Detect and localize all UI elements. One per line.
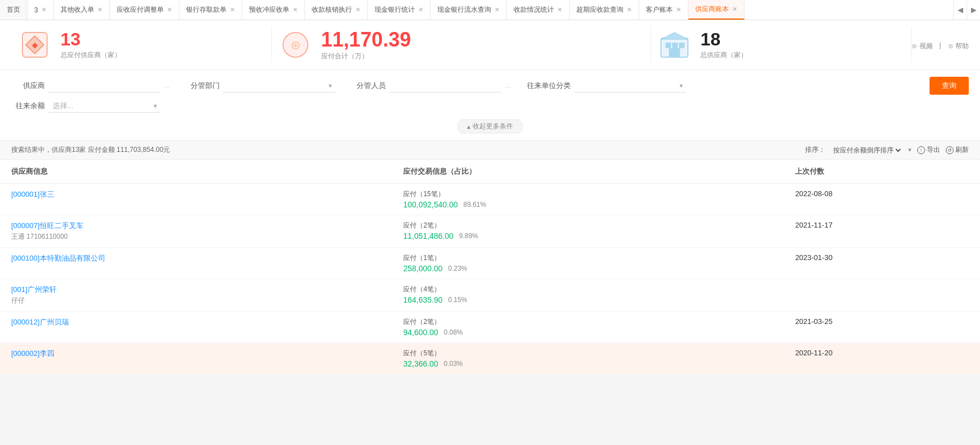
supplier-info-cell: [000012]广州贝瑞 bbox=[0, 312, 392, 343]
close-icon[interactable]: ✕ bbox=[418, 6, 423, 13]
supplier-link[interactable]: [000100]本特勤油品有限公司 bbox=[11, 254, 105, 262]
supplier-info-cell: [000001]张三 bbox=[0, 184, 392, 215]
nav-tab-payment-stats-label: 收款情况统计 bbox=[514, 5, 554, 15]
close-icon[interactable]: ✕ bbox=[557, 6, 562, 13]
tx-row: 11,051,486.009.89% bbox=[403, 231, 773, 240]
nav-tab-3-label: 3 bbox=[34, 6, 38, 14]
sort-label: 排序： bbox=[805, 145, 825, 155]
nav-left-arrow[interactable]: ◀ bbox=[953, 0, 967, 20]
nav-tab-advance[interactable]: 预收冲应收单 ✕ bbox=[242, 0, 305, 20]
top-navigation: 首页 3 ✕ 其他收入单 ✕ 应收应付调整单 ✕ 银行存取款单 ✕ 预收冲应收单… bbox=[0, 0, 980, 20]
nav-tab-other-income[interactable]: 其他收入单 ✕ bbox=[54, 0, 110, 20]
table-row: [000100]本特勤油品有限公司应付（1笔）258,000.000.23%20… bbox=[0, 248, 980, 279]
nav-right-arrow[interactable]: ▶ bbox=[967, 0, 980, 20]
svg-text:◆: ◆ bbox=[31, 41, 38, 49]
last-payment-cell: 2020-11-20 bbox=[784, 343, 980, 374]
category-select-wrapper bbox=[574, 79, 686, 92]
last-payment-cell: 2023-01-30 bbox=[784, 248, 980, 279]
amount-link[interactable]: 100,092,540.00 bbox=[403, 200, 457, 209]
category-select[interactable] bbox=[574, 79, 686, 92]
sort-chevron-icon: ▾ bbox=[908, 146, 912, 154]
dept-select[interactable] bbox=[223, 79, 335, 92]
tx-row: 100,092,540.0089.61% bbox=[403, 200, 773, 209]
close-icon[interactable]: ✕ bbox=[230, 6, 235, 13]
nav-tab-home[interactable]: 首页 bbox=[0, 0, 27, 20]
svg-rect-9 bbox=[669, 48, 680, 57]
nav-tab-cash-bank-stats[interactable]: 现金银行统计 ✕ bbox=[368, 0, 431, 20]
nav-tab-collection[interactable]: 收款核销执行 ✕ bbox=[305, 0, 368, 20]
close-icon[interactable]: ✕ bbox=[167, 6, 172, 13]
summary-text-payable-suppliers: 13 总应付供应商（家） bbox=[61, 30, 121, 60]
amount-link[interactable]: 32,366.00 bbox=[403, 359, 438, 368]
balance-filter-label: 往来余额 bbox=[11, 101, 45, 111]
table-row: [000012]广州贝瑞应付（2笔）94,600.000.08%2021-03-… bbox=[0, 312, 980, 343]
nav-tab-supplier-ledger[interactable]: 供应商账本 ✕ bbox=[688, 0, 745, 20]
tx-percent: 0.03% bbox=[438, 360, 463, 368]
svg-rect-6 bbox=[665, 43, 671, 48]
supplier-link[interactable]: [000002]李四 bbox=[11, 349, 54, 358]
amount-link[interactable]: 164,635.90 bbox=[403, 295, 442, 304]
tx-info-cell: 应付（4笔）164,635.900.15% bbox=[392, 279, 784, 312]
person-input[interactable] bbox=[389, 79, 501, 92]
close-icon[interactable]: ✕ bbox=[732, 6, 737, 13]
table-header: 供应商信息 应付交易信息（占比） 上次付数 bbox=[0, 160, 980, 184]
table-row: [000002]李四应付（5笔）32,366.000.03%2020-11-20 bbox=[0, 343, 980, 374]
close-icon[interactable]: ✕ bbox=[494, 6, 500, 13]
balance-select[interactable]: 选择... bbox=[48, 99, 160, 113]
close-icon[interactable]: ✕ bbox=[41, 6, 47, 13]
tx-info-cell: 应付（2笔）11,051,486.009.89% bbox=[392, 215, 784, 248]
close-icon[interactable]: ✕ bbox=[627, 6, 632, 13]
tx-row: 32,366.000.03% bbox=[403, 359, 773, 368]
supplier-sub-info: 王通 17106110000 bbox=[11, 232, 381, 242]
query-button[interactable]: 查询 bbox=[930, 77, 969, 95]
close-icon[interactable]: ✕ bbox=[293, 6, 298, 13]
amount-link[interactable]: 11,051,486.00 bbox=[403, 231, 454, 240]
filter-row-1: 供应商 ... 分管部门 分管人员 ... 往来单位分类 bbox=[11, 77, 969, 95]
supplier-link[interactable]: [000012]广州贝瑞 bbox=[11, 318, 69, 326]
nav-tab-cash-flow[interactable]: 现金银行流水查询 ✕ bbox=[431, 0, 507, 20]
summary-card-total-suppliers: 18 总供应商（家） bbox=[651, 27, 912, 63]
close-icon[interactable]: ✕ bbox=[676, 6, 681, 13]
supplier-link[interactable]: [001]广州荣轩 bbox=[11, 285, 57, 294]
nav-tab-overdue[interactable]: 超期应收款查询 ✕ bbox=[570, 0, 639, 20]
filter-item-dept: 分管部门 bbox=[186, 79, 335, 92]
filter-item-supplier: 供应商 ... bbox=[11, 79, 169, 92]
table-row: [000001]张三应付（15笔）100,092,540.0089.61%202… bbox=[0, 184, 980, 215]
sort-select[interactable]: 按应付余额倒序排序 bbox=[831, 146, 903, 155]
filter-area: 供应商 ... 分管部门 分管人员 ... 往来单位分类 bbox=[0, 70, 980, 141]
amount-link[interactable]: 94,600.00 bbox=[403, 328, 438, 337]
tx-percent: 9.89% bbox=[454, 232, 478, 240]
last-payment-cell: 2021-03-25 bbox=[784, 312, 980, 343]
supplier-dots[interactable]: ... bbox=[164, 82, 169, 90]
nav-tab-ar-adjustment[interactable]: 应收应付调整单 ✕ bbox=[110, 0, 179, 20]
person-dots[interactable]: ... bbox=[505, 82, 510, 90]
nav-tab-collection-label: 收款核销执行 bbox=[312, 5, 352, 15]
collapse-button[interactable]: ▴ 收起更多条件 bbox=[457, 119, 523, 133]
tx-info-cell: 应付（15笔）100,092,540.0089.61% bbox=[392, 184, 784, 215]
nav-tab-customer-ledger[interactable]: 客户账本 ✕ bbox=[639, 0, 688, 20]
dept-filter-label: 分管部门 bbox=[186, 81, 220, 91]
close-icon[interactable]: ✕ bbox=[98, 6, 103, 13]
filter-item-person: 分管人员 ... bbox=[352, 79, 510, 92]
chevron-up-icon: ▴ bbox=[467, 123, 470, 131]
nav-tab-cash-bank-stats-label: 现金银行统计 bbox=[375, 5, 415, 15]
supplier-link[interactable]: [000001]张三 bbox=[11, 190, 54, 198]
amount-link[interactable]: 258,000.00 bbox=[403, 264, 442, 273]
filter-item-balance: 往来余额 选择... bbox=[11, 99, 160, 113]
close-icon[interactable]: ✕ bbox=[355, 6, 360, 13]
nav-tab-bank-deposit[interactable]: 银行存取款单 ✕ bbox=[179, 0, 242, 20]
nav-tab-3[interactable]: 3 ✕ bbox=[27, 0, 54, 20]
refresh-button[interactable]: ↺ 刷新 bbox=[946, 145, 969, 155]
supplier-input[interactable] bbox=[48, 79, 160, 92]
header-row: 供应商信息 应付交易信息（占比） 上次付数 bbox=[0, 160, 980, 184]
help-link[interactable]: ⊙ 帮助 bbox=[948, 41, 969, 51]
separator: | bbox=[940, 41, 941, 49]
nav-tab-payment-stats[interactable]: 收款情况统计 ✕ bbox=[507, 0, 570, 20]
video-link[interactable]: ⊙ 视频 bbox=[912, 41, 932, 51]
export-button[interactable]: ↑ 导出 bbox=[917, 145, 940, 155]
tx-count: 应付（2笔） bbox=[403, 317, 773, 327]
nav-tab-cash-flow-label: 现金银行流水查询 bbox=[437, 5, 491, 15]
supplier-link[interactable]: [000007]恒旺二手叉车 bbox=[11, 221, 84, 230]
summary-text-total-suppliers: 18 总供应商（家） bbox=[700, 30, 747, 60]
tx-info-cell: 应付（1笔）258,000.000.23% bbox=[392, 248, 784, 279]
